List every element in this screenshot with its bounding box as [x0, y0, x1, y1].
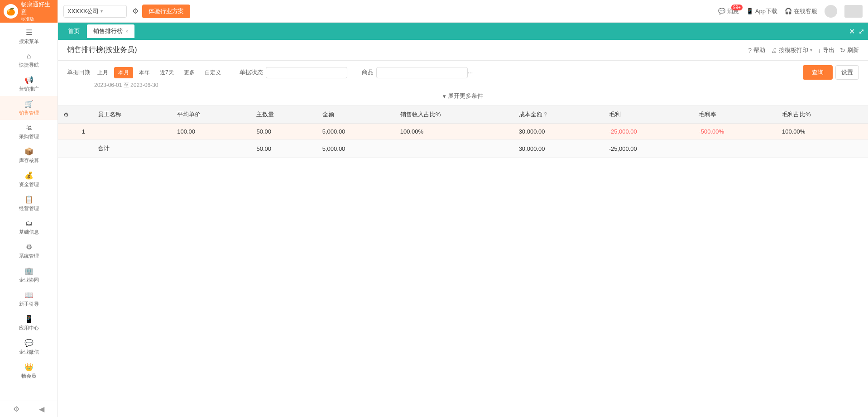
sidebar-item-operations[interactable]: 📋 经营管理 — [0, 192, 58, 216]
message-button[interactable]: 💬 消息 99+ — [718, 7, 739, 15]
col-cost: 成本全额 ? — [513, 106, 604, 124]
sidebar-item-guide[interactable]: 📖 新手引导 — [0, 287, 58, 311]
col-rank — [74, 106, 92, 124]
purchase-icon: 🛍 — [25, 124, 33, 132]
date-pill-更多[interactable]: 更多 — [180, 67, 199, 78]
date-pill-上月[interactable]: 上月 — [93, 67, 112, 78]
marketing-icon: 📢 — [24, 76, 34, 84]
online-service-label: 在线客服 — [794, 7, 817, 15]
sales-rank-table: ⚙ 员工名称 平均单价 主数量 全额 销售收入占比% 成本全额 ? 毛利 毛利率… — [58, 106, 868, 158]
help-button[interactable]: ? 帮助 — [748, 46, 765, 54]
member-label: 畅会员 — [21, 373, 36, 379]
page-header: 销售排行榜(按业务员) ? 帮助 🖨 按模板打印 ▾ ↓ 导出 ↻ 刷新 — [58, 40, 868, 61]
search-icon: ☰ — [26, 28, 32, 37]
footer-gross-profit: -25,000.00 — [604, 140, 694, 158]
date-pill-本年[interactable]: 本年 — [135, 67, 154, 78]
wechat-icon: 💬 — [24, 339, 34, 347]
export-icon: ↓ — [818, 47, 821, 54]
settings-footer-icon[interactable]: ⚙ — [13, 405, 19, 413]
sidebar-item-wechat[interactable]: 💬 企业微信 — [0, 335, 58, 359]
row-qty: 50.00 — [251, 124, 317, 140]
purchase-label: 采购管理 — [19, 133, 39, 140]
sidebar-item-system[interactable]: ⚙ 系统管理 — [0, 239, 58, 263]
basic-icon: 🗂 — [25, 219, 33, 227]
col-settings[interactable]: ⚙ — [58, 106, 74, 124]
col-sales-pct: 销售收入占比% — [395, 106, 513, 124]
date-range-pills: 上月本月本年近7天更多自定义 — [93, 67, 225, 78]
system-label: 系统管理 — [19, 253, 39, 259]
row-employee — [92, 124, 172, 140]
content-area: 销售排行榜(按业务员) ? 帮助 🖨 按模板打印 ▾ ↓ 导出 ↻ 刷新 — [58, 40, 868, 417]
table-footer-row: 合计 50.00 5,000.00 30,000.00 -25,000.00 — [58, 140, 868, 158]
online-service-button[interactable]: 🎧 在线客服 — [785, 7, 817, 15]
trial-button[interactable]: 体验行业方案 — [142, 5, 190, 18]
sidebar-item-inventory[interactable]: 📦 库存核算 — [0, 144, 58, 168]
row-rank: 1 — [74, 124, 92, 140]
filter-area: 单据日期 上月本月本年近7天更多自定义 单据状态 商品 — [58, 61, 868, 106]
sales-icon: 🛒 — [24, 100, 34, 108]
row-cost: 30,000.00 — [513, 124, 604, 140]
company-selector[interactable]: XXXXX公司 ▾ — [63, 5, 127, 18]
sidebar-item-apps[interactable]: 📱 应用中心 — [0, 311, 58, 335]
date-display-row: 2023-06-01 至 2023-06-30 — [67, 81, 859, 89]
operations-label: 经营管理 — [19, 205, 39, 212]
refresh-button[interactable]: ↻ 刷新 — [840, 46, 859, 54]
sidebar-item-enterprise[interactable]: 🏢 企业协同 — [0, 263, 58, 287]
sidebar-footer: ⚙ ◀ — [0, 401, 58, 417]
window-close-icon[interactable]: ✕ — [849, 27, 855, 36]
apps-label: 应用中心 — [19, 325, 39, 331]
sidebar-logo: 🍊 畅康通好生意 标准版 — [0, 0, 58, 23]
goods-filter: 商品 ··· — [362, 67, 473, 78]
footer-empty-4 — [395, 140, 513, 158]
date-pill-近7天[interactable]: 近7天 — [156, 67, 178, 78]
window-maximize-icon[interactable]: ⤢ — [858, 27, 864, 36]
status-select-wrap — [266, 67, 347, 78]
marketing-label: 营销推广 — [19, 86, 39, 92]
sidebar-item-purchase[interactable]: 🛍 采购管理 — [0, 120, 58, 144]
date-filter: 单据日期 上月本月本年近7天更多自定义 — [67, 67, 225, 78]
sidebar-item-finance[interactable]: 💰 资金管理 — [0, 168, 58, 192]
basic-label: 基础信息 — [19, 229, 39, 235]
app-download-button[interactable]: 📱 App下载 — [746, 7, 777, 15]
status-select[interactable] — [266, 67, 347, 78]
sidebar-item-search[interactable]: ☰ 搜索菜单 — [0, 24, 58, 48]
footer-empty-2 — [74, 140, 92, 158]
logo-text: 畅康通好生意 标准版 — [21, 1, 54, 22]
cost-help-icon[interactable]: ? — [544, 111, 547, 118]
expand-button[interactable]: ▾ 展开更多条件 — [443, 92, 483, 100]
row-sales-pct: 100.00% — [395, 124, 513, 140]
date-pill-自定义[interactable]: 自定义 — [201, 67, 225, 78]
message-icon: 💬 — [718, 8, 725, 14]
top-header: XXXXX公司 ▾ ⚙ 体验行业方案 💬 消息 99+ 📱 App下载 🎧 在线… — [58, 0, 868, 23]
company-name: XXXXX公司 — [67, 7, 99, 15]
footer-cost: 30,000.00 — [513, 140, 604, 158]
tab-close-icon[interactable]: × — [125, 29, 128, 34]
member-icon: 👑 — [24, 363, 34, 371]
goods-input[interactable] — [376, 67, 468, 78]
settings-button[interactable]: 设置 — [835, 65, 859, 80]
finance-icon: 💰 — [24, 171, 34, 180]
col-amount: 全额 — [317, 106, 395, 124]
print-icon: 🖨 — [771, 47, 777, 54]
avatar[interactable] — [825, 5, 837, 18]
sidebar-item-shortcut[interactable]: ⌂ 快捷导航 — [0, 48, 58, 72]
gear-icon[interactable]: ⚙ — [132, 7, 139, 15]
sidebar-item-sales[interactable]: 🛒 销售管理 — [0, 96, 58, 120]
goods-ellipsis-icon[interactable]: ··· — [468, 69, 473, 76]
collapse-icon[interactable]: ◀ — [39, 405, 44, 413]
sidebar-item-marketing[interactable]: 📢 营销推广 — [0, 72, 58, 96]
tab-controls: ✕ ⤢ — [849, 27, 864, 36]
sidebar-item-basic[interactable]: 🗂 基础信息 — [0, 216, 58, 239]
tab-home[interactable]: 首页 — [62, 24, 86, 38]
query-button[interactable]: 查询 — [803, 65, 833, 80]
print-button[interactable]: 🖨 按模板打印 ▾ — [771, 46, 812, 54]
inventory-label: 库存核算 — [19, 157, 39, 164]
inventory-icon: 📦 — [24, 147, 34, 156]
header-actions: 💬 消息 99+ 📱 App下载 🎧 在线客服 — [718, 5, 863, 18]
sidebar-item-member[interactable]: 👑 畅会员 — [0, 359, 58, 383]
date-pill-本月[interactable]: 本月 — [114, 67, 133, 78]
tab-sales-rank[interactable]: 销售排行榜 × — [87, 24, 134, 38]
row-avg-price: 100.00 — [172, 124, 251, 140]
user-name-area — [844, 5, 863, 18]
export-button[interactable]: ↓ 导出 — [818, 46, 834, 54]
